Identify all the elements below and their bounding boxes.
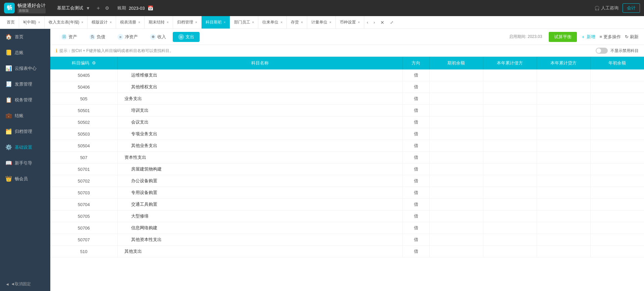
- tab-tax-close[interactable]: ×: [138, 20, 140, 24]
- tab-currency-close[interactable]: ×: [358, 20, 360, 24]
- cell-ytd-opening: [590, 69, 644, 81]
- tab-yearend-close[interactable]: ×: [167, 20, 169, 24]
- sub-tab-asset[interactable]: 固 资产: [56, 32, 83, 42]
- income-tab-icon: ⊕: [150, 34, 156, 40]
- collapse-label: ◄取消固定: [11, 281, 31, 287]
- table-row[interactable]: 50701 房屋建筑物构建 借: [50, 163, 644, 175]
- sidebar-item-report[interactable]: 📊 云报表中心: [0, 60, 50, 76]
- sub-tab-income[interactable]: ⊕ 收入: [145, 32, 171, 42]
- sidebar-item-invoice[interactable]: 🧾 发票管理: [0, 76, 50, 92]
- tab-period[interactable]: ¥(中期) ×: [19, 16, 45, 29]
- sidebar-collapse-button[interactable]: ◄ ◄取消固定: [0, 277, 50, 291]
- cell-direction: 借: [402, 93, 429, 105]
- tab-unit-close[interactable]: ×: [329, 20, 331, 24]
- company-dropdown-icon[interactable]: ▼: [86, 6, 90, 11]
- tab-dept-close[interactable]: ×: [252, 20, 254, 24]
- table-row[interactable]: 50504 其他业务支出 借: [50, 140, 644, 152]
- tab-next-button[interactable]: ›: [371, 16, 378, 29]
- table-row[interactable]: 507 资本性支出 借: [50, 152, 644, 163]
- table-row[interactable]: 50705 大型修缮 借: [50, 210, 644, 222]
- tab-close-all-button[interactable]: ✕: [378, 16, 387, 29]
- report-icon: 📊: [5, 65, 12, 71]
- add-button[interactable]: ＋ 新增: [581, 34, 595, 40]
- tab-vendor[interactable]: 往来单位 ×: [258, 16, 287, 29]
- sub-tab-expense[interactable]: ≡ 支出: [173, 32, 200, 42]
- cell-ytd-credit: [537, 93, 590, 105]
- table-row[interactable]: 50702 办公设备购置 借: [50, 175, 644, 187]
- sidebar-item-guide[interactable]: 📖 新手引导: [0, 155, 50, 171]
- cell-ytd-credit: [537, 222, 590, 234]
- tab-archive-close[interactable]: ×: [195, 20, 197, 24]
- cell-name: 专项业务支出: [117, 128, 402, 140]
- tax-icon: 📋: [5, 97, 12, 103]
- add-company-icon[interactable]: ＋: [96, 5, 101, 12]
- cell-ytd-credit: [537, 175, 590, 187]
- tab-subject-close[interactable]: ×: [224, 20, 226, 24]
- service-button[interactable]: 🎧 人工咨询: [594, 5, 619, 11]
- table-row[interactable]: 50406 其他维权支出 借: [50, 81, 644, 93]
- more-label: 更多操作: [603, 34, 621, 40]
- table-row[interactable]: 50405 运维维修支出 借: [50, 69, 644, 81]
- table-row[interactable]: 50503 专项业务支出 借: [50, 128, 644, 140]
- sidebar-item-settings[interactable]: ⚙️ 基础设置: [0, 139, 50, 155]
- sub-tab-liability[interactable]: 负 负债: [84, 32, 111, 42]
- table-row[interactable]: 50706 信息网络购建 借: [50, 222, 644, 234]
- cell-name: 运维维修支出: [117, 69, 402, 81]
- tab-period-close[interactable]: ×: [38, 20, 40, 24]
- table-row[interactable]: 50501 培训支出 借: [50, 105, 644, 116]
- tab-vendor-close[interactable]: ×: [280, 20, 282, 24]
- tab-income-close[interactable]: ×: [82, 20, 84, 24]
- sidebar-item-tax[interactable]: 📋 税务管理: [0, 92, 50, 108]
- table-row[interactable]: 510 其他支出 借: [50, 246, 644, 257]
- sidebar-item-ledger[interactable]: 📒 总账: [0, 45, 50, 60]
- table-header-row: 科目编码 ⚙ 科目名称 方向 期初余额 本年累计借方 本年累计贷方 年初余额: [50, 57, 644, 69]
- sub-tab-netasset[interactable]: ≡ 净资产: [112, 32, 143, 42]
- th-ytd-debit: 本年累计借方: [483, 57, 537, 69]
- tab-template-close[interactable]: ×: [110, 20, 112, 24]
- tab-dept[interactable]: 部门员工 ×: [230, 16, 259, 29]
- cell-direction: 借: [402, 199, 429, 210]
- table-row[interactable]: 50704 交通工具购置 借: [50, 199, 644, 210]
- cell-ytd-debit: [483, 116, 537, 128]
- account-button[interactable]: 会计: [623, 3, 640, 13]
- table-row[interactable]: 505 业务支出 借: [50, 93, 644, 105]
- tab-income[interactable]: 收入支出表(年报) ×: [45, 16, 88, 29]
- tab-expand-button[interactable]: ⤢: [387, 16, 396, 29]
- tab-archive[interactable]: 归档管理 ×: [173, 16, 202, 29]
- income-tab-label: 收入: [157, 34, 166, 40]
- sidebar-item-archive[interactable]: 🗂️ 归档管理: [0, 124, 50, 139]
- company-name[interactable]: 基层工会测试: [57, 5, 83, 11]
- tab-currency[interactable]: 币种设置 ×: [336, 16, 364, 29]
- hint-text-area: ℹ 提示：按Ctrl + F键并输入科目编码或者科目名称可以查找科目。: [56, 48, 173, 54]
- cell-opening: [429, 175, 483, 187]
- tab-stock[interactable]: 存货 ×: [287, 16, 307, 29]
- tab-prev-button[interactable]: ‹: [364, 16, 371, 29]
- table-row[interactable]: 50707 其他资本性支出 借: [50, 234, 644, 246]
- sidebar-item-member[interactable]: 👑 畅会员: [0, 171, 50, 187]
- calendar-icon[interactable]: 📅: [148, 5, 153, 11]
- cell-ytd-opening: [590, 128, 644, 140]
- tab-subject[interactable]: 科目期初 ×: [202, 16, 230, 29]
- settings-icon[interactable]: ⚙: [105, 5, 109, 11]
- calc-balance-button[interactable]: 试算平衡: [549, 32, 577, 42]
- tab-yearend[interactable]: 期末结转 ×: [145, 16, 173, 29]
- column-settings-icon[interactable]: ⚙: [92, 60, 96, 65]
- tab-tax-label: 税表清册: [120, 19, 136, 25]
- table-row[interactable]: 50502 会议支出 借: [50, 116, 644, 128]
- table-row[interactable]: 50703 专用设备购置 借: [50, 187, 644, 199]
- sidebar-item-home[interactable]: 🏠 首页: [0, 29, 50, 45]
- sidebar-guide-label: 新手引导: [15, 160, 32, 166]
- tab-unit[interactable]: 计量单位 ×: [307, 16, 336, 29]
- sidebar-ledger-label: 总账: [15, 50, 23, 56]
- add-label: 新增: [587, 34, 595, 40]
- tab-tax[interactable]: 税表清册 ×: [116, 16, 145, 29]
- tab-stock-close[interactable]: ×: [301, 20, 303, 24]
- sidebar-item-close[interactable]: 💼 结账: [0, 108, 50, 124]
- cell-ytd-credit: [537, 128, 590, 140]
- tab-home[interactable]: 首页: [3, 16, 19, 29]
- tab-template[interactable]: 模版设计 ×: [88, 16, 116, 29]
- refresh-button[interactable]: ↻ 刷新: [625, 34, 639, 40]
- cell-ytd-opening: [590, 81, 644, 93]
- disable-toggle[interactable]: [596, 48, 608, 54]
- more-actions-button[interactable]: ≡ 更多操作: [599, 34, 621, 40]
